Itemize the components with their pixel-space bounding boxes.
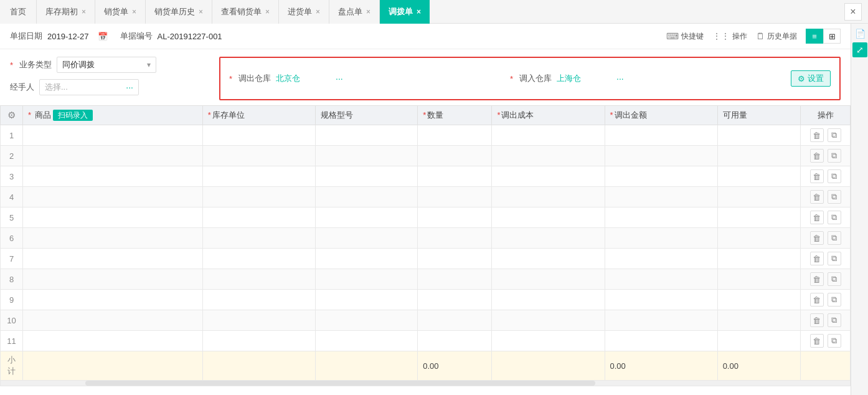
- list-view-button[interactable]: ≡: [806, 29, 823, 44]
- row-product-1[interactable]: [23, 125, 203, 146]
- delete-row-5-icon[interactable]: 🗑: [810, 211, 824, 224]
- row-qty-7[interactable]: [418, 249, 492, 269]
- row-spec-9[interactable]: [315, 290, 417, 310]
- tab-stocktake-close[interactable]: ×: [366, 7, 370, 16]
- row-available-7[interactable]: [717, 249, 800, 269]
- row-cost-6[interactable]: [492, 228, 605, 249]
- row-product-7[interactable]: [23, 249, 203, 269]
- row-cost-8[interactable]: [492, 269, 605, 290]
- row-product-3[interactable]: [23, 166, 203, 187]
- row-unit-7[interactable]: [202, 249, 315, 269]
- delete-row-7-icon[interactable]: 🗑: [810, 252, 824, 265]
- row-spec-10[interactable]: [315, 310, 417, 331]
- settings-button[interactable]: ⚙ 设置: [791, 70, 831, 87]
- copy-row-5-icon[interactable]: ⧉: [828, 211, 841, 224]
- in-warehouse-more-icon[interactable]: ···: [616, 74, 624, 83]
- row-spec-11[interactable]: [315, 331, 417, 351]
- row-qty-1[interactable]: [418, 125, 492, 146]
- tab-sales-order-close[interactable]: ×: [132, 7, 136, 16]
- row-cost-3[interactable]: [492, 166, 605, 187]
- row-qty-5[interactable]: [418, 207, 492, 228]
- row-available-5[interactable]: [717, 207, 800, 228]
- row-product-9[interactable]: [23, 290, 203, 310]
- tab-sales-history[interactable]: 销货单历史 ×: [146, 0, 212, 24]
- row-product-11[interactable]: [23, 331, 203, 351]
- column-settings-icon[interactable]: ⚙: [7, 110, 16, 120]
- row-unit-6[interactable]: [202, 228, 315, 249]
- calendar-icon[interactable]: 📅: [98, 32, 108, 41]
- tab-transfer-close[interactable]: ×: [417, 7, 421, 16]
- row-qty-9[interactable]: [418, 290, 492, 310]
- out-warehouse-more-icon[interactable]: ···: [336, 74, 343, 83]
- row-qty-2[interactable]: [418, 146, 492, 166]
- row-qty-3[interactable]: [418, 166, 492, 187]
- tab-inventory-init-close[interactable]: ×: [82, 7, 86, 16]
- row-cost-9[interactable]: [492, 290, 605, 310]
- shortcut-button[interactable]: ⌨ 快捷键: [666, 31, 704, 42]
- copy-row-9-icon[interactable]: ⧉: [828, 293, 841, 307]
- copy-row-7-icon[interactable]: ⧉: [828, 252, 841, 265]
- business-type-select[interactable]: 同价调拨 ▾: [57, 57, 156, 73]
- row-qty-10[interactable]: [418, 310, 492, 331]
- tab-inventory-init[interactable]: 库存期初 ×: [37, 0, 95, 24]
- delete-row-3-icon[interactable]: 🗑: [810, 169, 824, 183]
- row-available-8[interactable]: [717, 269, 800, 290]
- copy-row-10-icon[interactable]: ⧉: [828, 313, 841, 327]
- copy-row-6-icon[interactable]: ⧉: [828, 231, 841, 245]
- row-amount-11[interactable]: [605, 331, 717, 351]
- row-unit-1[interactable]: [202, 125, 315, 146]
- row-unit-8[interactable]: [202, 269, 315, 290]
- row-unit-2[interactable]: [202, 146, 315, 166]
- row-cost-10[interactable]: [492, 310, 605, 331]
- action-button[interactable]: ⋮⋮ 操作: [712, 31, 747, 42]
- row-amount-3[interactable]: [605, 166, 717, 187]
- copy-row-3-icon[interactable]: ⧉: [828, 169, 841, 183]
- row-product-4[interactable]: [23, 187, 203, 207]
- row-amount-1[interactable]: [605, 125, 717, 146]
- row-available-10[interactable]: [717, 310, 800, 331]
- tab-stocktake[interactable]: 盘点单 ×: [329, 0, 380, 24]
- row-cost-4[interactable]: [492, 187, 605, 207]
- delete-row-6-icon[interactable]: 🗑: [810, 231, 824, 245]
- scan-button[interactable]: 扫码录入: [53, 110, 93, 121]
- window-close-button[interactable]: ×: [844, 3, 862, 21]
- panel-doc-icon[interactable]: 📄: [852, 26, 867, 41]
- in-warehouse-value[interactable]: 上海仓: [557, 73, 606, 84]
- tab-sales-history-close[interactable]: ×: [199, 7, 203, 16]
- row-available-4[interactable]: [717, 187, 800, 207]
- row-product-10[interactable]: [23, 310, 203, 331]
- row-product-5[interactable]: [23, 207, 203, 228]
- row-spec-4[interactable]: [315, 187, 417, 207]
- tab-sales-order[interactable]: 销货单 ×: [95, 0, 146, 24]
- delete-row-9-icon[interactable]: 🗑: [810, 293, 824, 307]
- grid-view-button[interactable]: ⊞: [823, 29, 841, 44]
- row-amount-7[interactable]: [605, 249, 717, 269]
- copy-row-11-icon[interactable]: ⧉: [828, 334, 841, 348]
- tab-purchase[interactable]: 进货单 ×: [279, 0, 329, 24]
- row-product-8[interactable]: [23, 269, 203, 290]
- row-qty-8[interactable]: [418, 269, 492, 290]
- panel-expand-icon[interactable]: ⤢: [852, 42, 867, 57]
- row-spec-1[interactable]: [315, 125, 417, 146]
- row-product-2[interactable]: [23, 146, 203, 166]
- contact-more-icon[interactable]: ···: [126, 82, 133, 92]
- history-button[interactable]: 🗒 历史单据: [756, 31, 797, 42]
- delete-row-11-icon[interactable]: 🗑: [810, 334, 824, 348]
- row-amount-5[interactable]: [605, 207, 717, 228]
- row-spec-7[interactable]: [315, 249, 417, 269]
- delete-row-1-icon[interactable]: 🗑: [810, 128, 824, 142]
- row-spec-5[interactable]: [315, 207, 417, 228]
- delete-row-2-icon[interactable]: 🗑: [810, 149, 824, 163]
- row-available-9[interactable]: [717, 290, 800, 310]
- row-cost-7[interactable]: [492, 249, 605, 269]
- row-unit-5[interactable]: [202, 207, 315, 228]
- copy-row-2-icon[interactable]: ⧉: [828, 149, 841, 163]
- row-amount-4[interactable]: [605, 187, 717, 207]
- row-amount-8[interactable]: [605, 269, 717, 290]
- row-spec-3[interactable]: [315, 166, 417, 187]
- row-available-6[interactable]: [717, 228, 800, 249]
- tab-view-sales-close[interactable]: ×: [265, 7, 270, 16]
- row-qty-6[interactable]: [418, 228, 492, 249]
- row-spec-8[interactable]: [315, 269, 417, 290]
- row-unit-11[interactable]: [202, 331, 315, 351]
